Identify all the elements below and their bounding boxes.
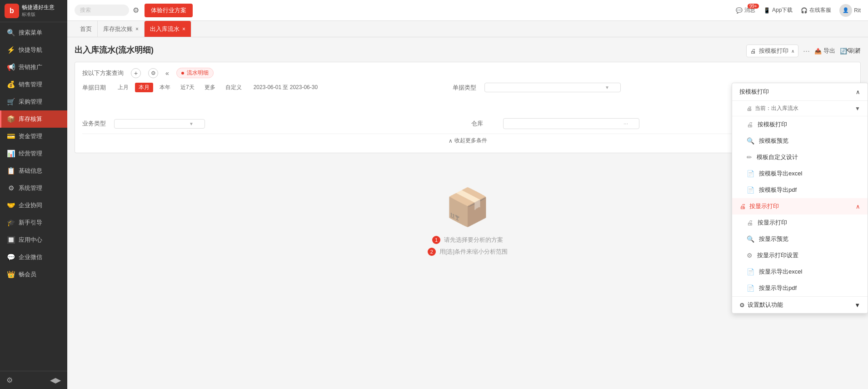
user-avatar[interactable]: 👤 Rit: [839, 4, 861, 17]
tab-flow[interactable]: 出入库流水 ×: [145, 21, 191, 37]
query-scheme-label: 按以下方案查询: [82, 69, 124, 77]
sidebar-label-enterprise: 企业协同: [19, 201, 42, 209]
biztype-select[interactable]: ▼: [114, 119, 205, 129]
sidebar-collapse-icon[interactable]: ◀▶: [50, 376, 61, 384]
display-print-label: 按显示打印: [758, 219, 787, 227]
online-service-button[interactable]: 🎧 在线客服: [801, 6, 831, 14]
topbar-search-box[interactable]: 搜索: [75, 5, 129, 16]
template-custom-icon: ✏: [747, 154, 752, 161]
sidebar-item-sales[interactable]: 💰 销售管理: [0, 76, 67, 93]
page-header: 出入库流水(流水明细) ✕ ⤢: [75, 45, 861, 55]
tab-flow-label: 出入库流水: [150, 25, 180, 33]
date-tabs: 上月 本月 本年 近7天 更多 自定义: [114, 83, 245, 92]
dropdown-item-display-settings[interactable]: ⚙ 按显示打印设置: [732, 247, 868, 264]
sidebar-icon-guide: 🎓: [7, 219, 15, 227]
export-button[interactable]: 📤 导出: [814, 47, 835, 55]
display-pdf-icon: 📄: [747, 284, 754, 292]
page-title: 出入库流水(流水明细): [75, 45, 154, 55]
tab-batch-account[interactable]: 库存批次账 ×: [98, 21, 145, 37]
sidebar-icon-purchase: 🛒: [7, 98, 15, 106]
filter-tag-label: 流水明细: [187, 69, 209, 77]
sidebar-item-basic[interactable]: 📋 基础信息: [0, 162, 67, 180]
tab-batch-account-close[interactable]: ×: [135, 26, 139, 32]
dropdown-item-display-excel[interactable]: 📄 按显示导出excel: [732, 264, 868, 280]
sidebar-item-search[interactable]: 🔍 搜索菜单: [0, 24, 67, 41]
sidebar-item-marketing[interactable]: 📢 营销推广: [0, 59, 67, 76]
print-template-button[interactable]: 🖨 按模板打印 ∧: [746, 45, 798, 57]
online-service-label: 在线客服: [809, 6, 831, 14]
sidebar-item-system[interactable]: ⚙ 系统管理: [0, 180, 67, 197]
refresh-icon: 🔄: [840, 48, 847, 55]
refresh-button[interactable]: 🔄 刷新: [840, 47, 861, 55]
dropdown-item-display-pdf[interactable]: 📄 按显示导出pdf: [732, 280, 868, 296]
dropdown-item-template-custom[interactable]: ✏ 模板自定义设计: [732, 149, 868, 165]
add-filter-button[interactable]: +: [131, 68, 141, 78]
date-tab-custom[interactable]: 自定义: [222, 83, 245, 92]
sidebar-icon-shortcut: ⚡: [7, 46, 15, 54]
filter-collapse-button[interactable]: «: [165, 70, 169, 77]
warehouse-label: 仓库: [471, 120, 499, 128]
doctype-select[interactable]: ▼: [484, 83, 621, 92]
warehouse-select[interactable]: ···: [503, 118, 639, 129]
dropdown-item-display-print[interactable]: 🖨 按显示打印: [732, 214, 868, 231]
dropdown-item-template-pdf[interactable]: 📄 按模板导出pdf: [732, 182, 868, 198]
sidebar-icon-enterprise: 🤝: [7, 201, 15, 209]
empty-step1-label: 请先选择要分析的方案: [444, 236, 503, 244]
filter-tag-liushui[interactable]: 流水明细: [176, 68, 214, 78]
current-icon: 🖨: [747, 105, 752, 112]
sidebar-item-operations[interactable]: 📊 经营管理: [0, 145, 67, 162]
date-tab-7days[interactable]: 近7天: [177, 83, 198, 92]
sidebar-label-app_center: 应用中心: [19, 236, 42, 244]
print-icon: 🖨: [750, 48, 756, 55]
more-options-icon[interactable]: ···: [803, 46, 810, 56]
sidebar-item-guide[interactable]: 🎓 新手引导: [0, 214, 67, 231]
display-settings-label: 按显示打印设置: [757, 251, 798, 259]
sidebar-label-system: 系统管理: [19, 184, 42, 192]
dropdown-item-template-print[interactable]: 🖨 按模板打印: [732, 116, 868, 133]
display-print-section-toggle[interactable]: 🖨 按显示打印 ∧: [732, 198, 868, 214]
footer-settings-icon: ⚙: [739, 302, 745, 309]
sidebar-item-enterprise[interactable]: 🤝 企业协同: [0, 197, 67, 214]
dropdown-item-template-preview[interactable]: 🔍 按模板预览: [732, 133, 868, 149]
dropdown-item-display-preview[interactable]: 🔍 按显示预览: [732, 231, 868, 247]
date-filter-group: 单据日期 上月 本月 本年 近7天 更多 自定义 2023-06-01 至 20…: [82, 83, 445, 92]
filter-settings-button[interactable]: ⚙: [148, 68, 158, 78]
date-tab-this-year[interactable]: 本年: [156, 83, 174, 92]
date-tab-more[interactable]: 更多: [201, 83, 219, 92]
sidebar-label-search: 搜索菜单: [19, 29, 42, 37]
sidebar-label-guide: 新手引导: [19, 219, 42, 227]
sidebar-item-inventory[interactable]: 📦 库存核算: [0, 110, 67, 128]
sidebar-item-purchase[interactable]: 🛒 采购管理: [0, 93, 67, 110]
dropdown-footer-settings[interactable]: ⚙ 设置默认功能 ▼: [732, 296, 868, 313]
display-settings-icon: ⚙: [747, 252, 753, 259]
sidebar-item-finance[interactable]: 💳 资金管理: [0, 128, 67, 145]
headset-icon: 🎧: [801, 7, 808, 14]
app-download-button[interactable]: 📱 App下载: [763, 6, 793, 14]
sidebar-item-member[interactable]: 👑 畅会员: [0, 266, 67, 283]
sidebar-icon-search: 🔍: [7, 29, 15, 37]
footer-settings-label: 设置默认功能: [748, 301, 783, 309]
dropdown-title: 按模板打印: [739, 88, 769, 96]
sidebar-item-shortcut[interactable]: ⚡ 快捷导航: [0, 41, 67, 59]
dropdown-current-item[interactable]: 🖨 当前：出入库流水 ▼: [732, 101, 868, 116]
empty-step-1: 1 请先选择要分析的方案: [432, 236, 503, 244]
sidebar-item-app_center[interactable]: 🔲 应用中心: [0, 231, 67, 249]
sidebar-label-operations: 经营管理: [19, 150, 42, 158]
display-pdf-label: 按显示导出pdf: [759, 284, 797, 292]
dropdown-item-template-excel[interactable]: 📄 按模板导出excel: [732, 165, 868, 182]
sidebar-icon-basic: 📋: [7, 167, 15, 175]
sidebar-settings-icon[interactable]: ⚙: [6, 376, 13, 384]
sidebar-icon-member: 👑: [7, 270, 15, 279]
date-tab-this-month[interactable]: 本月: [135, 83, 153, 92]
tab-home[interactable]: 首页: [75, 21, 98, 37]
sidebar-icon-sales: 💰: [7, 80, 15, 89]
filter-tag-dot: [181, 72, 184, 75]
sidebar-label-wechat: 企业微信: [19, 253, 42, 261]
trial-industry-button[interactable]: 体验行业方案: [145, 4, 193, 17]
sidebar-item-wechat[interactable]: 💬 企业微信: [0, 249, 67, 266]
dropdown-chevron-up[interactable]: ∧: [856, 89, 860, 95]
topbar-gear-icon[interactable]: ⚙: [133, 6, 139, 15]
message-button[interactable]: 💬 消息 99+: [736, 6, 755, 14]
date-tab-last-month[interactable]: 上月: [114, 83, 132, 92]
tab-flow-close[interactable]: ×: [182, 26, 185, 32]
